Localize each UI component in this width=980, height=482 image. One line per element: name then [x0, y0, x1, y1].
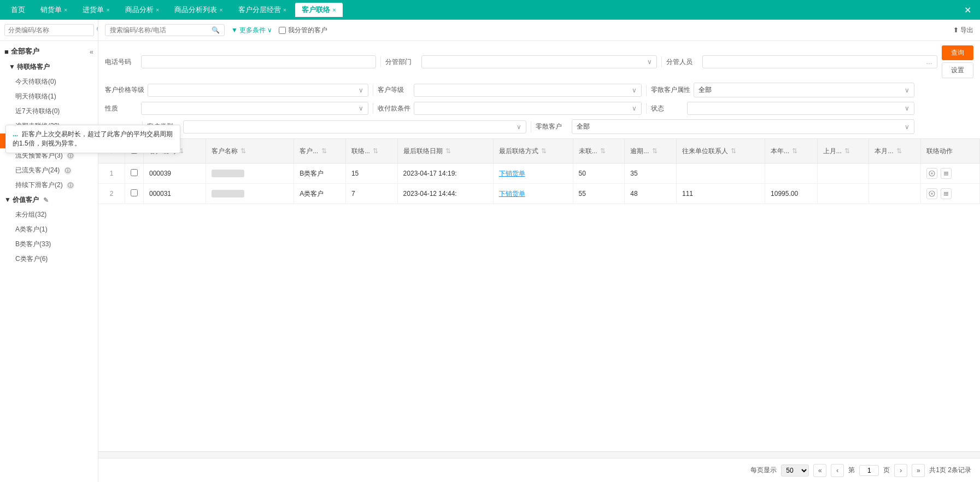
my-customers-check[interactable] — [279, 27, 286, 34]
horizontal-scrollbar[interactable] — [98, 451, 980, 458]
tab-sales[interactable]: 销货单 × — [34, 3, 74, 17]
manager-select[interactable]: … — [702, 55, 937, 68]
cell-last-contact-date: 2023-04-17 14:19: — [397, 164, 493, 184]
filter-form: 电话号码 分管部门 ∨ 分管人员 … — [98, 41, 980, 139]
last-contact-method-link[interactable]: 下销货单 — [499, 170, 525, 177]
sidebar-item-already-lost[interactable]: 已流失客户(24) ⓘ — [0, 163, 98, 178]
contact-icon[interactable] — [926, 168, 937, 179]
th-action: 联络动作 — [921, 139, 980, 164]
sidebar-item-ungrouped[interactable]: 未分组(32) — [0, 207, 98, 222]
tab-customer-tier[interactable]: 客户分层经营 × — [232, 3, 293, 17]
sidebar-item-declining[interactable]: 持续下滑客户(2) ⓘ — [0, 178, 98, 193]
divider-2 — [661, 56, 662, 67]
customer-type-select[interactable]: ∨ — [183, 120, 526, 133]
sidebar-item-class-a[interactable]: A类客户(1) — [0, 222, 98, 237]
retail-attr-label: 零散客户属性 — [651, 85, 690, 95]
sidebar-item-class-c[interactable]: C类客户(6) — [0, 252, 98, 266]
first-page-button[interactable]: « — [813, 464, 826, 477]
lost-predicted-info-icon[interactable]: ⓘ — [67, 152, 74, 160]
my-customers-checkbox[interactable]: 我分管的客户 — [279, 26, 327, 35]
all-customers-section[interactable]: ■ 全部客户 « — [0, 43, 98, 60]
sidebar-search-input[interactable] — [4, 24, 94, 36]
page-size-select[interactable]: 50 100 200 — [781, 464, 809, 477]
more-action-icon[interactable] — [941, 188, 952, 199]
retail-attr-select[interactable]: 全部 ∨ — [694, 83, 914, 97]
main-layout: 🔍 ■ 全部客户 « ▼ 待联络客户 今天待联络(0) 明天待联络(1) 近7天… — [0, 20, 980, 482]
cell-contact-count: 7 — [345, 184, 397, 204]
tab-customer-contact[interactable]: 客户联络 × — [295, 3, 342, 17]
sort-name-icon[interactable]: ⇅ — [240, 147, 246, 155]
table-row: 2 000031 A类客户 7 2023-04-12 14:44: 下销货单 5… — [98, 184, 980, 204]
last-contact-method-link[interactable]: 下销货单 — [499, 190, 525, 198]
sort-this-month-icon[interactable]: ⇅ — [896, 147, 902, 155]
page-number-input[interactable] — [859, 465, 879, 476]
sort-this-year-icon[interactable]: ⇅ — [792, 147, 797, 155]
cell-this-month — [869, 184, 921, 204]
price-level-select[interactable]: ∨ — [148, 84, 368, 97]
filter-search-icon[interactable]: 🔍 — [212, 26, 220, 34]
sidebar-item-today[interactable]: 今天待联络(0) — [0, 74, 98, 89]
prev-page-button[interactable]: ‹ — [831, 464, 844, 477]
declining-info-icon[interactable]: ⓘ — [67, 182, 74, 189]
sidebar-item-7days[interactable]: 近7天待联络(0) — [0, 104, 98, 119]
status-select[interactable]: ∨ — [687, 102, 914, 115]
department-arrow-icon: ∨ — [647, 58, 652, 66]
close-analysis-tab[interactable]: × — [156, 7, 159, 13]
sidebar-item-tomorrow[interactable]: 明天待联络(1) — [0, 89, 98, 104]
filter-search-input[interactable] — [110, 26, 208, 34]
customer-level-select[interactable]: ∨ — [414, 84, 641, 97]
th-this-month: 本月... ⇅ — [869, 139, 921, 164]
sort-category-icon[interactable]: ⇅ — [321, 147, 327, 155]
row-checkbox[interactable] — [131, 189, 138, 196]
phone-input[interactable] — [141, 55, 376, 68]
sort-contact-person-icon[interactable]: ⇅ — [731, 147, 736, 155]
cell-overdue: 48 — [625, 184, 677, 204]
close-sales-tab[interactable]: × — [64, 7, 67, 13]
last-page-button[interactable]: » — [912, 464, 925, 477]
query-button[interactable]: 查询 — [942, 45, 973, 60]
sidebar-content: ■ 全部客户 « ▼ 待联络客户 今天待联络(0) 明天待联络(1) 近7天待联… — [0, 41, 98, 482]
filter-more-conditions[interactable]: ▼ 更多条件 ∨ — [231, 26, 272, 35]
close-customer-tier-tab[interactable]: × — [283, 7, 286, 13]
retail-customer-select[interactable]: 全部 ∨ — [572, 119, 915, 134]
page-label: 第 — [848, 466, 855, 475]
close-customer-contact-tab[interactable]: × — [332, 7, 336, 13]
department-select[interactable]: ∨ — [421, 55, 656, 68]
sort-uncontacted-icon[interactable]: ⇅ — [600, 147, 606, 155]
contact-icon[interactable] — [926, 188, 937, 199]
tab-analysis-list[interactable]: 商品分析列表 × — [168, 3, 229, 17]
nature-select[interactable]: ∨ — [141, 102, 368, 115]
sort-last-month-icon[interactable]: ⇅ — [844, 147, 850, 155]
row-checkbox[interactable] — [131, 169, 138, 176]
close-all-tabs[interactable]: ✕ — [960, 5, 976, 15]
next-page-button[interactable]: › — [894, 464, 907, 477]
close-purchase-tab[interactable]: × — [106, 7, 109, 13]
sort-contact-count-icon[interactable]: ⇅ — [373, 147, 378, 155]
cell-last-contact-method: 下销货单 — [493, 164, 573, 184]
tab-home[interactable]: 首页 — [4, 3, 32, 17]
action-icons-group — [926, 188, 974, 199]
sidebar-item-class-b[interactable]: B类客户(33) — [0, 237, 98, 252]
cell-name — [206, 164, 294, 184]
filter-icon: ▼ — [231, 26, 238, 34]
pending-contact-group[interactable]: ▼ 待联络客户 — [0, 60, 98, 74]
payment-select[interactable]: ∨ — [414, 102, 641, 115]
already-lost-info-icon[interactable]: ⓘ — [64, 167, 72, 175]
export-button[interactable]: ⬆ 导出 — [953, 26, 973, 35]
svg-rect-7 — [944, 195, 948, 196]
th-name: 客户名称 ⇅ — [206, 139, 294, 164]
sort-last-contact-date-icon[interactable]: ⇅ — [445, 147, 451, 155]
sidebar-collapse-button[interactable]: « — [90, 48, 93, 56]
more-action-icon[interactable] — [941, 168, 952, 179]
close-analysis-list-tab[interactable]: × — [219, 7, 222, 13]
sort-last-contact-method-icon[interactable]: ⇅ — [541, 147, 547, 155]
value-customer-edit-icon[interactable]: ✎ — [43, 196, 49, 204]
filter-field-price-level: 客户价格等级 ∨ — [105, 84, 368, 97]
sort-overdue-icon[interactable]: ⇅ — [652, 147, 658, 155]
cell-category: A类客户 — [294, 184, 346, 204]
value-customer-group[interactable]: ▼ 价值客户 ✎ — [0, 193, 98, 207]
tab-analysis[interactable]: 商品分析 × — [119, 3, 166, 17]
cell-contact-count: 15 — [345, 164, 397, 184]
settings-button[interactable]: 设置 — [942, 62, 973, 78]
tab-purchase[interactable]: 进货单 × — [76, 3, 116, 17]
